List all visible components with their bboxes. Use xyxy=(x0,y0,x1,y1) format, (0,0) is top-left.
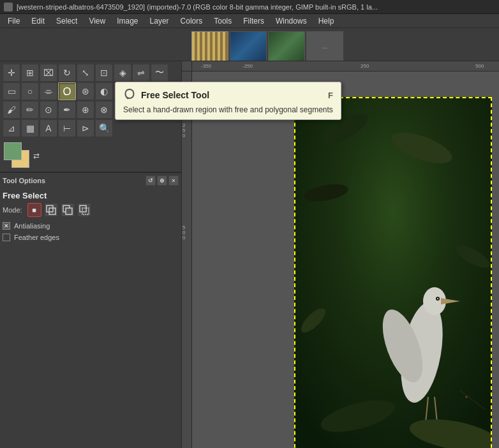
mode-subtract-btn[interactable] xyxy=(61,203,75,217)
tool-color-picker[interactable]: ⊳ xyxy=(77,119,94,137)
menu-help[interactable]: Help xyxy=(313,15,339,27)
color-area: ⇄ xyxy=(0,140,181,172)
tool-options-close[interactable]: × xyxy=(168,175,179,186)
tool-zoom[interactable]: 🔍 xyxy=(95,119,113,137)
tool-heal[interactable]: ⊕ xyxy=(77,101,94,119)
tool-crop[interactable]: ⌧ xyxy=(40,64,57,82)
feather-edges-label: Feather edges xyxy=(14,234,59,241)
image-tab-1[interactable] xyxy=(191,31,228,61)
tool-free-select-row2[interactable]: ⌯ xyxy=(40,82,57,100)
bird-image xyxy=(294,97,492,448)
app-icon xyxy=(4,3,13,11)
svg-rect-7 xyxy=(294,97,492,448)
feather-edges-checkbox[interactable] xyxy=(3,234,10,241)
tool-ellipse-select[interactable]: ○ xyxy=(21,82,39,100)
tool-pencil[interactable]: ✏ xyxy=(21,101,39,119)
tool-select-by-color[interactable]: ◐ xyxy=(95,82,113,100)
image-tabs: ... xyxy=(0,28,499,61)
ruler-v-label-1c: 0 xyxy=(182,133,185,138)
antialiasing-label: Antialiasing xyxy=(14,222,50,230)
ruler-v-label-2c: 0 xyxy=(182,235,185,241)
vertical-ruler: 2 5 0 5 0 0 xyxy=(182,71,192,448)
antialiasing-row: Antialiasing xyxy=(3,222,179,230)
svg-rect-2 xyxy=(49,208,56,214)
tool-options-panel: Tool Options ↺ ⊕ × Free Select Mode: ■ xyxy=(0,172,181,248)
menu-image[interactable]: Image xyxy=(112,15,143,27)
antialiasing-checkbox[interactable] xyxy=(3,222,10,230)
tooltip-lasso-icon xyxy=(123,87,136,103)
mode-replace-btn[interactable]: ■ xyxy=(27,203,41,217)
ruler-corner xyxy=(182,61,192,71)
mode-row: Mode: ■ xyxy=(3,203,179,217)
tool-bucket-fill[interactable]: ⊿ xyxy=(3,119,20,137)
tooltip-description: Select a hand-drawn region with free and… xyxy=(123,105,333,114)
tool-options-label: Tool Options xyxy=(3,177,45,184)
tool-perspective[interactable]: ◈ xyxy=(114,64,131,82)
tool-blend[interactable]: ▦ xyxy=(21,119,39,137)
header-icons: ↺ ⊕ × xyxy=(145,175,179,186)
mode-subtract-icon xyxy=(63,205,73,215)
color-swatches[interactable] xyxy=(4,142,31,169)
title-bar: [western-striped-albatros-6473509_1920] … xyxy=(0,0,499,14)
image-tab-3[interactable] xyxy=(268,31,305,61)
tool-options-header: Tool Options ↺ ⊕ × xyxy=(3,175,179,186)
tool-shear[interactable]: ⊡ xyxy=(95,64,113,82)
menu-filters[interactable]: Filters xyxy=(238,15,269,27)
image-tab-2[interactable] xyxy=(230,31,267,61)
menu-colors[interactable]: Colors xyxy=(175,15,208,27)
tool-rect-select[interactable]: ▭ xyxy=(3,82,20,100)
tool-measure[interactable]: ⊢ xyxy=(58,119,76,137)
tool-fuzzy-select[interactable]: ⊛ xyxy=(77,82,94,100)
mode-intersect-btn[interactable] xyxy=(77,203,91,217)
tool-warp[interactable]: 〜 xyxy=(151,64,168,82)
tool-flip[interactable]: ⇌ xyxy=(132,64,150,82)
tool-airbrush[interactable]: ⊙ xyxy=(40,101,57,119)
horizontal-ruler: -350 -250 250 500 xyxy=(182,61,499,71)
mode-add-icon xyxy=(46,205,56,215)
menu-file[interactable]: File xyxy=(3,15,25,27)
tool-rotate[interactable]: ↻ xyxy=(58,64,76,82)
image-tab-4[interactable]: ... xyxy=(306,31,343,61)
lasso-icon xyxy=(62,86,72,96)
menu-edit[interactable]: Edit xyxy=(26,15,50,27)
menu-layer[interactable]: Layer xyxy=(145,15,174,27)
ruler-h-content: -350 -250 250 500 xyxy=(182,61,499,71)
ruler-h-label-6: 500 xyxy=(475,63,484,69)
tooltip: Free Select Tool F Select a hand-drawn r… xyxy=(115,82,341,120)
tooltip-title-row: Free Select Tool F xyxy=(123,87,333,103)
tool-ink[interactable]: ✒ xyxy=(58,101,76,119)
menu-bar: File Edit Select View Image Layer Colors… xyxy=(0,14,499,28)
tool-options-restore[interactable]: ↺ xyxy=(145,175,156,186)
tool-paint[interactable]: 🖌 xyxy=(3,101,20,119)
svg-rect-4 xyxy=(66,208,72,214)
feather-edges-row: Feather edges xyxy=(3,234,179,241)
svg-rect-1 xyxy=(47,205,53,212)
menu-view[interactable]: View xyxy=(84,15,110,27)
tool-move[interactable]: ✛ xyxy=(3,64,20,82)
foreground-color[interactable] xyxy=(4,142,22,160)
menu-windows[interactable]: Windows xyxy=(271,15,312,27)
ruler-h-label-2: -250 xyxy=(242,63,253,69)
image-canvas[interactable] xyxy=(294,97,492,448)
mode-label: Mode: xyxy=(3,206,22,214)
tool-clone[interactable]: ⊗ xyxy=(95,101,113,119)
tooltip-tool-icon xyxy=(123,87,136,100)
svg-rect-6 xyxy=(82,208,89,214)
mode-add-btn[interactable] xyxy=(44,203,58,217)
tool-text[interactable]: A xyxy=(40,119,57,137)
tool-name: Free Select xyxy=(3,190,179,203)
mode-intersect-icon xyxy=(79,205,89,215)
tooltip-shortcut: F xyxy=(328,91,333,100)
menu-select[interactable]: Select xyxy=(51,15,82,27)
bird-overlay xyxy=(294,97,492,448)
tool-scale[interactable]: ⤡ xyxy=(77,64,94,82)
title-text: [western-striped-albatros-6473509_1920] … xyxy=(17,3,378,11)
tool-options-save[interactable]: ⊕ xyxy=(157,175,167,186)
swap-colors-icon[interactable]: ⇄ xyxy=(33,151,40,160)
tool-free-select[interactable] xyxy=(58,82,76,100)
image-container xyxy=(192,71,499,448)
ruler-h-label-4: 250 xyxy=(361,63,369,69)
tool-align[interactable]: ⊞ xyxy=(21,64,39,82)
menu-tools[interactable]: Tools xyxy=(209,15,237,27)
ruler-h-label-1: -350 xyxy=(201,63,211,69)
